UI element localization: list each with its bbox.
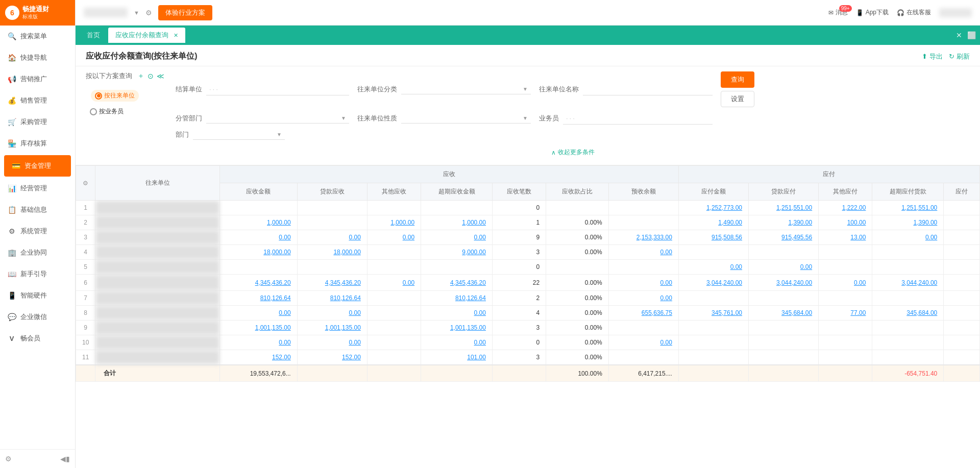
table-cell-number[interactable]: 0.00: [421, 230, 493, 245]
footer-settings-icon[interactable]: ⚙: [5, 455, 12, 463]
table-cell-number[interactable]: 0.00: [421, 335, 493, 350]
table-cell-number[interactable]: 152.00: [297, 350, 367, 365]
table-cell-number[interactable]: 1,252,773.00: [678, 201, 748, 215]
table-cell-number[interactable]: 2,153,333.00: [608, 230, 678, 245]
table-cell-number[interactable]: 4,345,436.20: [297, 275, 367, 291]
table-cell-number[interactable]: 0.00: [297, 306, 367, 321]
table-cell-number[interactable]: 810,126.64: [297, 291, 367, 306]
salesman-input[interactable]: [563, 112, 713, 125]
footer-collapse-icon[interactable]: ◀▮: [60, 455, 70, 463]
table-cell-number[interactable]: 101.00: [421, 350, 493, 365]
table-cell-number[interactable]: 0.00: [220, 230, 298, 245]
table-cell-number[interactable]: 1,251,551.00: [872, 201, 944, 215]
table-cell-number[interactable]: 3,044,240.00: [749, 275, 819, 291]
table-cell-number[interactable]: 0.00: [220, 335, 298, 350]
message-button[interactable]: ✉ 消息 99+: [828, 8, 848, 17]
table-cell-number[interactable]: 1,390.00: [872, 215, 944, 230]
settings-button[interactable]: 设置: [721, 91, 754, 107]
sidebar-item-system[interactable]: ⚙ 系统管理: [0, 220, 75, 242]
table-cell-number[interactable]: 1,000.00: [220, 215, 298, 230]
sidebar-item-sales[interactable]: 💰 销售管理: [0, 90, 75, 111]
export-button[interactable]: ⬆ 导出: [922, 52, 943, 61]
table-cell-number[interactable]: 1,001,135.00: [421, 321, 493, 335]
sidebar-item-wechat[interactable]: 💬 企业微信: [0, 306, 75, 328]
sidebar-item-enterprise[interactable]: 🏢 企业协同: [0, 242, 75, 263]
table-cell-number[interactable]: 18,000.00: [297, 245, 367, 260]
table-cell-number[interactable]: 810,126.64: [421, 291, 493, 306]
table-cell-number[interactable]: 0.00: [297, 335, 367, 350]
table-cell-number[interactable]: 0.00: [872, 230, 944, 245]
user-name[interactable]: xxxx: [939, 8, 972, 17]
partner-name-input[interactable]: [583, 83, 713, 95]
table-cell-number[interactable]: 3,044,240.00: [678, 275, 748, 291]
table-cell-number[interactable]: 0.00: [608, 335, 678, 350]
table-cell-number[interactable]: 0.00: [421, 306, 493, 321]
table-cell-number[interactable]: 0.00: [367, 275, 421, 291]
table-cell-number[interactable]: 77.00: [819, 306, 872, 321]
topbar-gear-icon[interactable]: ⚙: [145, 9, 152, 17]
collapse-button[interactable]: ∧ 收起更多条件: [548, 145, 598, 160]
sidebar-item-operations[interactable]: 📊 经营管理: [0, 178, 75, 199]
topbar-dropdown-arrow[interactable]: ▼: [134, 10, 139, 16]
table-cell-number[interactable]: 1,251,551.00: [749, 201, 819, 215]
table-cell-number[interactable]: 100.00: [819, 215, 872, 230]
tab-home[interactable]: 首页: [80, 28, 107, 43]
table-cell-number[interactable]: 0.00: [608, 245, 678, 260]
table-cell-number[interactable]: 1,490.00: [678, 215, 748, 230]
sidebar-item-member[interactable]: V 畅会员: [0, 328, 75, 349]
tab-close-window-icon[interactable]: ✕: [956, 31, 962, 39]
app-download-button[interactable]: 📱 App下载: [856, 8, 889, 17]
filter-settings-icon[interactable]: ⊙: [148, 72, 154, 80]
table-cell-number[interactable]: 655,636.75: [608, 306, 678, 321]
partner-nature-select[interactable]: ▼: [401, 113, 531, 124]
sidebar-item-guide[interactable]: 📖 新手引导: [0, 263, 75, 285]
table-cell-number[interactable]: 810,126.64: [220, 291, 298, 306]
table-cell-number[interactable]: 0.00: [608, 275, 678, 291]
table-cell-number[interactable]: 1,000.00: [421, 215, 493, 230]
settlement-unit-input[interactable]: [206, 83, 349, 95]
online-service-button[interactable]: 🎧 在线客服: [897, 8, 931, 17]
table-cell-number[interactable]: 4,345,436.20: [220, 275, 298, 291]
tab-maximize-icon[interactable]: ⬜: [967, 31, 976, 39]
table-cell-number[interactable]: 152.00: [220, 350, 298, 365]
table-cell-number[interactable]: 1,001,135.00: [220, 321, 298, 335]
table-cell-number[interactable]: 0.00: [749, 260, 819, 275]
table-cell-number[interactable]: 9,000.00: [421, 245, 493, 260]
table-cell-number[interactable]: 1,001,135.00: [297, 321, 367, 335]
table-cell-number[interactable]: 0.00: [819, 275, 872, 291]
table-cell-number[interactable]: 4,345,436.20: [421, 275, 493, 291]
view-by-partner[interactable]: 按往来单位: [91, 90, 139, 102]
dept-manager-select[interactable]: ▼: [206, 113, 349, 124]
tab-close-icon[interactable]: ✕: [174, 32, 178, 38]
filter-add-icon[interactable]: ＋: [137, 71, 144, 81]
sidebar-item-base-info[interactable]: 📋 基础信息: [0, 199, 75, 220]
sidebar-item-smart-hw[interactable]: 📱 智能硬件: [0, 285, 75, 306]
table-cell-number[interactable]: 915,508.56: [678, 230, 748, 245]
partner-type-select[interactable]: ▼: [401, 84, 531, 94]
table-cell-number[interactable]: 915,495.56: [749, 230, 819, 245]
table-cell-number[interactable]: 13.00: [819, 230, 872, 245]
table-settings-header[interactable]: ⚙: [76, 166, 95, 201]
table-cell-number[interactable]: 1,390.00: [749, 215, 819, 230]
sidebar-item-marketing[interactable]: 📢 营销推广: [0, 68, 75, 90]
table-cell-number[interactable]: 0.00: [678, 260, 748, 275]
table-cell-number[interactable]: 18,000.00: [220, 245, 298, 260]
table-container[interactable]: ⚙ 往来单位 应收 应付: [76, 165, 980, 468]
table-cell-number[interactable]: 1,000.00: [367, 215, 421, 230]
table-cell-number[interactable]: 3,044,240.00: [872, 275, 944, 291]
table-cell-number[interactable]: 1,222.00: [819, 201, 872, 215]
sidebar-item-purchase[interactable]: 🛒 采购管理: [0, 111, 75, 133]
solution-button[interactable]: 体验行业方案: [158, 5, 212, 20]
table-cell-number[interactable]: 0.00: [220, 306, 298, 321]
table-cell-number[interactable]: 0.00: [608, 291, 678, 306]
filter-collapse-icon[interactable]: ≪: [157, 72, 164, 80]
sidebar-item-quick-nav[interactable]: 🏠 快捷导航: [0, 47, 75, 68]
dept-select[interactable]: ▼: [193, 130, 285, 140]
tab-ar-ap[interactable]: 应收应付余额查询 ✕: [108, 28, 185, 43]
view-by-salesman[interactable]: 按业务员: [86, 106, 167, 117]
table-cell-number[interactable]: 345,684.00: [872, 306, 944, 321]
refresh-button[interactable]: ↻ 刷新: [949, 52, 970, 61]
table-cell-number[interactable]: 345,684.00: [749, 306, 819, 321]
table-cell-number[interactable]: 0.00: [367, 230, 421, 245]
sidebar-item-inventory[interactable]: 🏪 库存核算: [0, 133, 75, 154]
